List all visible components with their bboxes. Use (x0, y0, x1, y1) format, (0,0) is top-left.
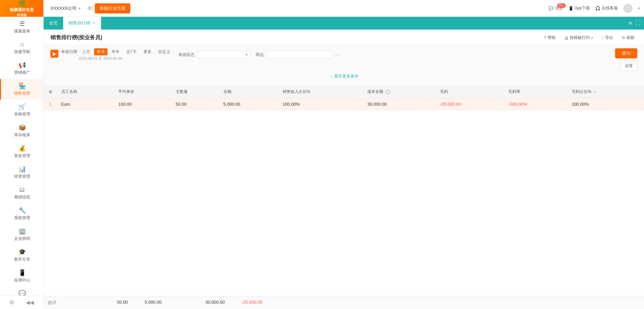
arrow-right-icon: ▶ (53, 51, 56, 56)
sidebar-item-enterprise[interactable]: 🏢 企业协同 (0, 224, 43, 245)
tab-sales-ranking[interactable]: 销售排行榜 × (63, 17, 101, 30)
filter-actions-col: 查询 设置 (607, 48, 637, 71)
tab-home[interactable]: 首页 (44, 17, 63, 30)
app-download-label: App下载 (575, 5, 590, 11)
date-tab-more[interactable]: 更多 (141, 48, 154, 55)
sidebar-item-marketing[interactable]: 📢 营销推广 (0, 58, 43, 79)
refresh-label: 刷新 (627, 35, 635, 41)
status-select-wrapper (197, 51, 250, 59)
page-header: 销售排行榜(按业务员) ? 帮助 🖨 按模板打印 ▾ ↑ 导出 ↻ 刷新 (44, 30, 644, 45)
export-label: 导出 (605, 35, 613, 41)
sidebar-item-basic-label: 基础信息 (14, 194, 30, 200)
filter-goods-group: 商品 ··· (256, 51, 339, 59)
sidebar-item-enterprise-label: 企业协同 (14, 236, 30, 242)
date-tab-last-month[interactable]: 上月 (79, 48, 93, 55)
company-name: XXXXXX公司 (50, 5, 77, 11)
sidebar-item-finance-label: 资金管理 (14, 153, 30, 159)
filter-date-group: 单据日期 上月 本月 本年 近7天 更多 自定义 2023 (61, 48, 173, 61)
help-icon: ? (544, 36, 546, 40)
help-btn[interactable]: ? 帮助 (541, 34, 558, 42)
export-icon: ↑ (602, 36, 604, 40)
goods-more-dots[interactable]: ··· (335, 52, 339, 57)
status-select[interactable] (197, 51, 250, 59)
cell-qty: 50.00 (172, 98, 219, 110)
footer-amount: 5,000.00 (145, 300, 162, 306)
trial-button[interactable]: 体验行业方案 (95, 3, 130, 13)
sidebar-item-guide[interactable]: 🎓 新手引导 (0, 245, 43, 266)
sidebar-item-basic[interactable]: 🗂 基础信息 (0, 183, 43, 203)
cell-sales-pct: 100.00% (278, 98, 363, 110)
app-logo-sub: 标准版 (10, 13, 34, 17)
sidebar-item-inventory-label: 库存核算 (14, 132, 30, 138)
service-label: 在线客服 (602, 5, 618, 11)
header-right: 💬 消息 99+ 📱 App下载 🎧 在线客服 ▾ (549, 4, 640, 13)
filter-toggle-arrow[interactable]: ▶ (50, 50, 58, 58)
cost-info-icon[interactable]: i (385, 90, 390, 94)
wechat-icon: 💬 (18, 290, 26, 296)
sidebar-item-sales-label: 销售管理 (14, 91, 30, 96)
col-settings[interactable]: ⚙ (44, 86, 57, 98)
sidebar-item-system[interactable]: 🔧 系统管理 (0, 203, 43, 224)
print-chevron-icon: ▾ (591, 36, 593, 40)
operation-icon: 📊 (18, 165, 26, 173)
setting-button[interactable]: 设置 (620, 61, 637, 71)
message-btn[interactable]: 💬 消息 99+ (549, 5, 563, 11)
basic-icon: 🗂 (19, 186, 25, 193)
tab-close-icon[interactable]: × (93, 21, 95, 25)
data-table: ⚙ 员工名称 平均单价 主数量 全额 (44, 86, 644, 110)
avatar[interactable] (623, 4, 633, 13)
cell-name: Eam (57, 98, 114, 110)
refresh-icon: ↻ (622, 36, 625, 40)
online-service-btn[interactable]: 🎧 在线客服 (595, 5, 618, 11)
app-logo: 🌿 畅康通好生意 标准版 (0, 0, 43, 17)
page-title: 销售排行榜(按业务员) (50, 34, 102, 41)
expand-icon: ⌄ (330, 74, 333, 79)
tab-close-window-icon[interactable]: ✕ (628, 20, 633, 27)
date-tab-this-year[interactable]: 本年 (109, 48, 122, 55)
expand-more-btn[interactable]: ⌄ 展开更多条件 (330, 72, 358, 81)
sidebar-item-sales[interactable]: 🏪 销售管理 (0, 79, 43, 100)
tab-sales-ranking-label: 销售排行榜 (69, 20, 90, 26)
sidebar-item-apps[interactable]: 📱 应用中心 (0, 266, 43, 287)
col-name: 员工名称 (57, 86, 114, 98)
goods-input[interactable] (266, 51, 333, 59)
export-btn[interactable]: ↑ 导出 (599, 34, 616, 42)
refresh-btn[interactable]: ↻ 刷新 (619, 34, 637, 42)
sidebar-item-quick-nav[interactable]: ⌂ 快捷导航 (0, 38, 43, 58)
table-settings-icon[interactable]: ⚙ (49, 90, 52, 94)
cell-rank: 1 (44, 98, 57, 110)
tab-right-controls: ✕ ⛶ (628, 17, 644, 30)
tab-maximize-icon[interactable]: ⛶ (635, 20, 641, 26)
sidebar-item-wechat[interactable]: 💬 企业微信 (0, 287, 43, 296)
sidebar-item-inventory[interactable]: 📦 库存核算 (0, 120, 43, 141)
filter-area: ▶ 单据日期 上月 本月 本年 近7天 (44, 45, 644, 86)
sidebar-collapse-btn[interactable]: ◀◀ (26, 299, 34, 306)
date-label: 单据日期 (61, 49, 77, 55)
home-icon: ⌂ (20, 41, 24, 48)
main-content: XXXXXX公司 ▾ ⚙ 体验行业方案 💬 消息 99+ 📱 App下载 🎧 在… (44, 0, 644, 309)
date-tab-7days[interactable]: 近7天 (124, 48, 139, 55)
tab-home-label: 首页 (49, 20, 58, 26)
sidebar-item-purchase[interactable]: 🛒 采购管理 (0, 100, 43, 120)
query-button[interactable]: 查询 (615, 48, 637, 58)
profit-pct-sort-icon[interactable]: ⇅ (593, 90, 596, 94)
app-download-btn[interactable]: 📱 App下载 (568, 5, 590, 11)
sidebar-bottom: ⚙ ◀◀ (0, 296, 43, 309)
sidebar-settings-btn[interactable]: ⚙ (9, 299, 14, 306)
sidebar-item-finance[interactable]: 💰 资金管理 (0, 141, 43, 162)
settings-gear-icon[interactable]: ⚙ (87, 5, 92, 11)
col-margin: 毛利率 (504, 86, 567, 98)
print-btn[interactable]: 🖨 按模板打印 ▾ (562, 34, 596, 42)
sidebar-item-operation[interactable]: 📊 经营管理 (0, 162, 43, 183)
footer-total-label: 合计 (48, 300, 56, 306)
filter-status-group: 单据状态 (178, 51, 250, 59)
col-profit-pct-label: 毛利占比% (572, 89, 592, 94)
expand-label: 展开更多条件 (334, 73, 358, 79)
col-amount: 全额 (219, 86, 279, 98)
date-tab-this-month[interactable]: 本月 (94, 48, 108, 55)
sidebar-item-search[interactable]: ☰ 搜索菜单 (0, 17, 43, 38)
date-tab-custom[interactable]: 自定义 (156, 48, 173, 55)
company-selector[interactable]: XXXXXX公司 ▾ (48, 4, 83, 13)
user-name[interactable]: ▾ (638, 6, 640, 11)
col-sales-pct: 销售收入占比% (278, 86, 363, 98)
